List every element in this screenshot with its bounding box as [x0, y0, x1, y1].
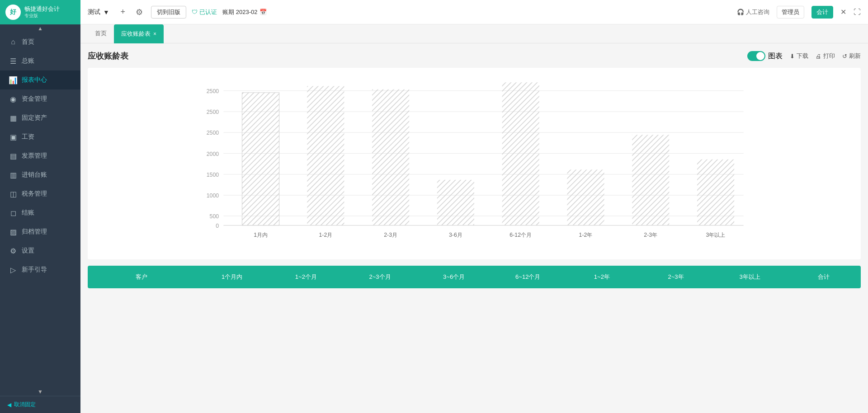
svg-text:2500: 2500	[207, 88, 219, 94]
svg-text:500: 500	[210, 213, 219, 220]
svg-text:3-6月: 3-6月	[449, 232, 462, 238]
consult-button[interactable]: 🎧 人工咨询	[737, 8, 769, 16]
bar-8	[697, 160, 734, 225]
sidebar-item-reports[interactable]: 📊 报表中心	[0, 70, 80, 89]
svg-text:2500: 2500	[207, 130, 219, 136]
accountant-button[interactable]: 会计	[811, 6, 833, 19]
salary-icon: ▣	[9, 133, 17, 141]
svg-text:1-2年: 1-2年	[579, 232, 593, 238]
toggle-knob	[756, 52, 764, 60]
logo-text: 畅捷通好会计 专业版	[24, 5, 60, 19]
sidebar-item-guide[interactable]: ▷ 新手引导	[0, 260, 80, 279]
svg-text:2000: 2000	[207, 151, 219, 157]
sidebar-item-tax[interactable]: ◫ 税务管理	[0, 184, 80, 203]
sidebar-cancel-fixed[interactable]: ◀ 取消固定	[0, 396, 80, 413]
sidebar-item-funds[interactable]: ◉ 资金管理	[0, 89, 80, 108]
assets-icon: ▦	[9, 114, 17, 122]
chart-container: 2500 2500 2500 2000 1500 1000 500 0	[88, 68, 861, 259]
bar-7	[632, 135, 669, 225]
topbar: 测试 ▼ + ⚙ 切到旧版 🛡 已认证 账期 2023-02 📅 🎧 人工咨询 …	[80, 0, 868, 24]
col-customer: 客户	[88, 266, 195, 288]
report-title: 应收账龄表	[88, 51, 128, 61]
sidebar-item-inventory[interactable]: ▥ 进销台账	[0, 165, 80, 184]
col-1-2month: 1~2个月	[269, 266, 343, 288]
settings-button[interactable]: ⚙	[133, 6, 146, 19]
svg-text:3年以上: 3年以上	[706, 232, 726, 238]
add-button[interactable]: +	[117, 6, 129, 19]
reports-icon: 📊	[9, 76, 17, 84]
window-close-button[interactable]: ✕	[840, 8, 846, 16]
sidebar: 好 畅捷通好会计 专业版 ▲ ⌂ 首页 ☰ 总账 📊 报表中心 ◉ 资金管理 ▦…	[0, 0, 80, 413]
svg-text:1500: 1500	[207, 172, 219, 178]
sidebar-item-ledger[interactable]: ☰ 总账	[0, 52, 80, 70]
download-icon: ⬇	[790, 53, 795, 60]
tab-close-button[interactable]: ×	[153, 31, 156, 37]
col-1month: 1个月内	[195, 266, 269, 288]
invoice-icon: ▤	[9, 152, 17, 160]
logo-icon: 好	[5, 5, 21, 20]
main-content: 测试 ▼ + ⚙ 切到旧版 🛡 已认证 账期 2023-02 📅 🎧 人工咨询 …	[80, 0, 868, 413]
col-3-6month: 3~6个月	[417, 266, 491, 288]
close-period-icon: ◻	[9, 209, 17, 217]
accounting-period: 账期 2023-02 📅	[222, 8, 267, 16]
gear-icon: ⚙	[9, 247, 17, 255]
tax-icon: ◫	[9, 190, 17, 198]
sidebar-scroll-down[interactable]: ▼	[0, 388, 80, 396]
topbar-right: 🎧 人工咨询 管理员 会计 ✕ ⛶	[737, 6, 861, 19]
switch-version-button[interactable]: 切到旧版	[151, 6, 186, 19]
sidebar-item-home[interactable]: ⌂ 首页	[0, 33, 80, 52]
report-header: 应收账龄表 图表 ⬇ 下载 🖨 打印 ↺ 刷新	[88, 51, 861, 61]
tab-accounts-receivable[interactable]: 应收账龄表 ×	[114, 24, 164, 43]
pin-icon: ◀	[7, 402, 11, 408]
tab-home[interactable]: 首页	[88, 24, 114, 43]
home-icon: ⌂	[9, 38, 17, 46]
bar-1	[242, 93, 279, 225]
sidebar-item-close[interactable]: ◻ 结账	[0, 203, 80, 222]
refresh-button[interactable]: ↺ 刷新	[842, 52, 861, 60]
sidebar-item-assets[interactable]: ▦ 固定资产	[0, 108, 80, 127]
dropdown-icon: ▼	[103, 9, 109, 16]
col-total: 合计	[787, 266, 861, 288]
chart-toggle-label: 图表	[768, 52, 783, 61]
svg-text:1月内: 1月内	[254, 232, 268, 238]
col-3year-plus: 3年以上	[713, 266, 787, 288]
sidebar-item-settings[interactable]: ⚙ 设置	[0, 241, 80, 260]
svg-text:6-12个月: 6-12个月	[509, 232, 532, 238]
inventory-icon: ▥	[9, 171, 17, 179]
guide-icon: ▷	[9, 266, 17, 274]
chart-toggle-wrap: 图表	[747, 51, 783, 61]
download-button[interactable]: ⬇ 下载	[790, 52, 808, 60]
page-content: 应收账龄表 图表 ⬇ 下载 🖨 打印 ↺ 刷新	[80, 43, 868, 413]
print-button[interactable]: 🖨 打印	[816, 52, 835, 60]
svg-text:2-3月: 2-3月	[384, 232, 397, 238]
bar-6	[567, 169, 604, 225]
print-icon: 🖨	[816, 53, 821, 60]
sidebar-nav: ⌂ 首页 ☰ 总账 📊 报表中心 ◉ 资金管理 ▦ 固定资产 ▣ 工资 ▤ 发票…	[0, 33, 80, 388]
svg-text:0: 0	[216, 223, 219, 229]
bar-5	[502, 82, 539, 225]
manager-button[interactable]: 管理员	[777, 6, 804, 19]
bar-3	[372, 89, 409, 225]
project-selector[interactable]: 测试 ▼	[88, 8, 109, 16]
project-name: 测试	[88, 8, 100, 16]
refresh-icon: ↺	[842, 53, 847, 60]
ledger-icon: ☰	[9, 57, 17, 65]
sidebar-scroll-up[interactable]: ▲	[0, 24, 80, 33]
chart-toggle[interactable]	[747, 51, 765, 61]
calendar-icon[interactable]: 📅	[259, 9, 267, 15]
tabbar: 首页 应收账龄表 ×	[80, 24, 868, 43]
funds-icon: ◉	[9, 95, 17, 103]
bar-2	[307, 86, 344, 225]
topbar-actions: + ⚙	[117, 6, 146, 19]
bar-chart: 2500 2500 2500 2000 1500 1000 500 0	[97, 77, 852, 249]
sidebar-item-archive[interactable]: ▨ 归档管理	[0, 222, 80, 241]
sidebar-item-invoice[interactable]: ▤ 发票管理	[0, 146, 80, 165]
headset-icon: 🎧	[737, 9, 744, 15]
window-expand-button[interactable]: ⛶	[854, 8, 861, 16]
table-header: 客户 1个月内 1~2个月 2~3个月 3~6个月 6~12个月 1~2年 2~…	[88, 266, 861, 288]
sidebar-item-salary[interactable]: ▣ 工资	[0, 127, 80, 146]
col-2-3year: 2~3年	[639, 266, 713, 288]
svg-text:2-3年: 2-3年	[644, 232, 657, 238]
sidebar-logo: 好 畅捷通好会计 专业版	[0, 0, 80, 24]
bar-4	[437, 180, 474, 225]
